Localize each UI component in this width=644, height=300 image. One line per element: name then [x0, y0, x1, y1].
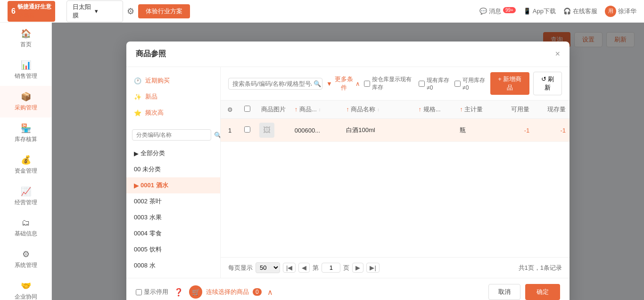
- prev-page-btn[interactable]: ◀: [298, 263, 310, 273]
- sidebar-item-finance[interactable]: 💰 资金管理: [0, 149, 51, 181]
- quick-new[interactable]: ✨ 新品: [126, 89, 220, 105]
- cat-0003-label: 0003 水果: [134, 213, 162, 222]
- product-search-input[interactable]: [232, 80, 312, 87]
- sidebar-label-purchase: 采购管理: [15, 104, 37, 112]
- modal-close-btn[interactable]: ×: [555, 49, 560, 59]
- help-icon[interactable]: ❓: [174, 288, 183, 297]
- select-all-checkbox[interactable]: [244, 106, 250, 112]
- cart-icon[interactable]: 🛒: [189, 285, 202, 299]
- filter-label: 更多条件: [334, 75, 354, 92]
- cat-0005[interactable]: 0005 饮料: [126, 242, 220, 258]
- row-name: 白酒100ml: [342, 119, 414, 142]
- quick-frequent[interactable]: ⭐ 频次高: [126, 105, 220, 121]
- col-header-img: 商品图片: [256, 100, 290, 119]
- collapse-cart-btn[interactable]: ∧: [267, 288, 273, 297]
- app-download-btn[interactable]: 📱 App下载: [523, 7, 556, 16]
- headset-icon: 🎧: [563, 8, 571, 15]
- product-reference-modal: 商品参照 × 🕐 近期购买 ✨ 新: [126, 42, 570, 300]
- gear-icon[interactable]: ⚙: [127, 6, 134, 17]
- filter-btn[interactable]: ▼ 更多条件 ∧: [326, 75, 360, 92]
- cat-0002[interactable]: 0002 茶叶: [126, 193, 220, 209]
- last-page-btn[interactable]: ▶|: [366, 263, 379, 273]
- topbar-actions: ⚙ 体验行业方案: [127, 4, 190, 18]
- table-row[interactable]: 1 🖼 000600... 白酒100ml 瓶: [221, 119, 570, 142]
- col-header-unit[interactable]: ↑ 主计量: [456, 100, 492, 119]
- cat-0003[interactable]: 0003 水果: [126, 209, 220, 225]
- sidebar-item-purchase[interactable]: 📦 采购管理: [0, 86, 51, 117]
- col-header-settings[interactable]: ⚙: [221, 100, 239, 119]
- cancel-btn[interactable]: 取消: [488, 284, 520, 300]
- new-icon: ✨: [134, 93, 141, 100]
- sidebar-label-home: 首页: [20, 41, 32, 49]
- quick-recent-label: 近期购买: [145, 76, 170, 85]
- product-table: ⚙ 商品图片 ↑ 商品... ↕: [221, 100, 570, 142]
- checkbox-avail-ne0[interactable]: 可用库存≠0: [454, 76, 487, 91]
- cat-0001[interactable]: ▶ 0001 酒水: [126, 177, 220, 193]
- sidebar-item-system[interactable]: ⚙ 系统管理: [0, 243, 51, 275]
- quick-recent[interactable]: 🕐 近期购买: [126, 73, 220, 89]
- cat-all[interactable]: ▶ 全部分类: [126, 145, 220, 161]
- confirm-btn[interactable]: 确定: [525, 284, 560, 300]
- checkbox-warehouse-input[interactable]: [364, 81, 370, 87]
- show-disabled-checkbox[interactable]: 显示停用: [136, 288, 168, 296]
- product-search-box: 🔍: [228, 78, 322, 90]
- first-page-btn[interactable]: |◀: [283, 263, 296, 273]
- user-menu[interactable]: 用 徐泽华: [605, 6, 636, 17]
- app-label: App下载: [533, 7, 556, 16]
- experience-btn[interactable]: 体验行业方案: [138, 4, 190, 18]
- sidebar-item-sales[interactable]: 📊 销售管理: [0, 54, 51, 86]
- service-btn[interactable]: 🎧 在线客服: [563, 7, 597, 16]
- phone-icon: 📱: [523, 8, 531, 15]
- refresh-btn[interactable]: ↺ 刷新: [533, 72, 562, 95]
- checkbox-avail-ne0-input[interactable]: [454, 81, 461, 87]
- checkbox-warehouse[interactable]: 按仓库显示现有库存: [364, 75, 415, 92]
- checkbox-stock-ne0-input[interactable]: [419, 81, 425, 87]
- col-header-spec[interactable]: ↑ 规格...: [415, 100, 456, 119]
- next-page-btn[interactable]: ▶: [352, 263, 363, 273]
- col-header-code[interactable]: ↑ 商品... ↕: [291, 100, 342, 119]
- show-disabled-input[interactable]: [136, 289, 142, 295]
- sort-up-icon: ↑: [295, 106, 298, 113]
- sidebar-label-finance: 资金管理: [15, 167, 37, 175]
- checkbox-stock-ne0[interactable]: 现有库存≠0: [419, 76, 451, 91]
- message-btn[interactable]: 💬 消息 99+: [479, 7, 516, 16]
- sidebar-item-home[interactable]: 🏠 首页: [0, 23, 51, 54]
- category-search-icon[interactable]: 🔍: [214, 132, 221, 139]
- cat-0004[interactable]: 0004 零食: [126, 225, 220, 242]
- row-check[interactable]: [239, 119, 256, 142]
- cat-0001-arrow: ▶: [134, 182, 139, 189]
- category-search-row: 🔍: [126, 126, 220, 143]
- col-header-name[interactable]: ↑ 商品名称 ↕: [342, 100, 414, 119]
- modal-overlay: 商品参照 × 🕐 近期购买 ✨ 新: [52, 23, 644, 300]
- main-content: 查询 设置 刷新 商品参照 × 🕐: [52, 23, 644, 300]
- sidebar-item-inventory[interactable]: 🏪 库存核算: [0, 117, 51, 149]
- cat-0010[interactable]: 0010 家电: [126, 274, 220, 278]
- message-label: 消息: [489, 7, 501, 16]
- sidebar-label-operations: 经营管理: [15, 199, 37, 207]
- sidebar-item-enterprise[interactable]: 🤝 企业协同: [0, 275, 51, 300]
- add-product-btn[interactable]: + 新增商品: [490, 72, 529, 95]
- category-search-input[interactable]: [132, 129, 211, 141]
- sidebar-label-sales: 销售管理: [15, 72, 37, 80]
- sidebar-item-operations[interactable]: 📈 经营管理: [0, 181, 51, 212]
- cat-00[interactable]: 00 未分类: [126, 161, 220, 177]
- company-selector[interactable]: 日太阳膜 ▾: [66, 0, 123, 22]
- search-icon[interactable]: 🔍: [314, 80, 321, 87]
- left-panel: 🕐 近期购买 ✨ 新品 ⭐ 频次高: [126, 67, 221, 278]
- sidebar-item-basic[interactable]: 🗂 基础信息: [0, 212, 51, 243]
- page-unit: 页: [343, 264, 349, 272]
- filter-icon: ▼: [326, 80, 332, 87]
- message-badge: 99+: [503, 7, 516, 13]
- page-input[interactable]: [322, 263, 340, 273]
- per-page-select[interactable]: 50 100: [256, 262, 280, 273]
- topbar-right: 💬 消息 99+ 📱 App下载 🎧 在线客服 用 徐泽华: [479, 6, 636, 17]
- col-header-check[interactable]: [239, 100, 256, 119]
- sort-icon-spec-up: ↑: [419, 106, 422, 113]
- sort-icon-code: ↕: [318, 107, 321, 112]
- cart-section: 🛒 连续选择的商品 0: [189, 285, 262, 299]
- topbar: 6 畅捷通好生意 捷易版 日太阳膜 ▾ ⚙ 体验行业方案 💬 消息 99+ 📱 …: [0, 0, 644, 23]
- cart-label: 连续选择的商品: [206, 288, 249, 296]
- row-checkbox[interactable]: [244, 126, 250, 133]
- sidebar-label-basic: 基础信息: [15, 230, 37, 238]
- cat-0008[interactable]: 0008 水: [126, 258, 220, 274]
